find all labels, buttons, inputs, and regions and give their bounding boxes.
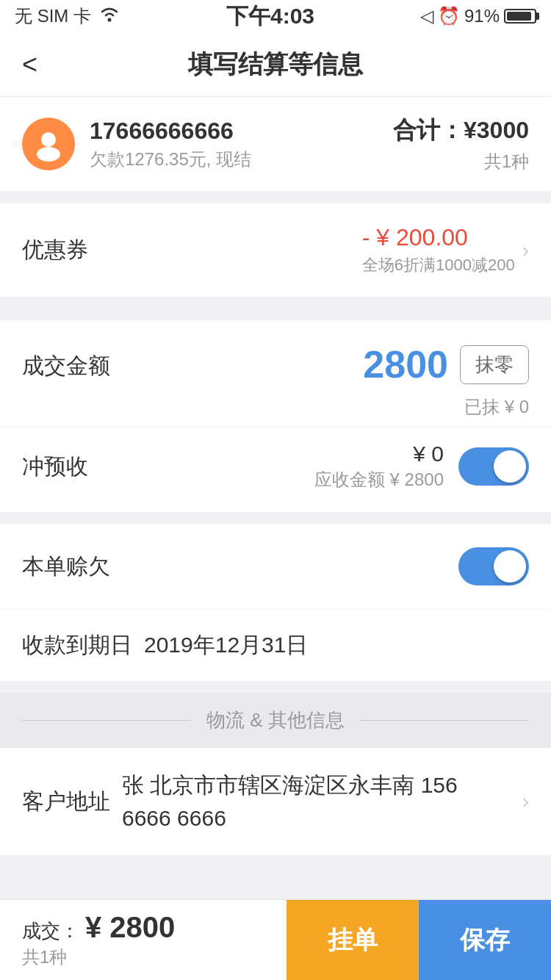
- deal-amount-value: 2800: [363, 342, 448, 386]
- nav-title: 填写结算等信息: [188, 48, 363, 82]
- due-date-value: 2019年12月31日: [144, 630, 308, 660]
- svg-point-2: [37, 147, 60, 162]
- bottom-count: 共1种: [22, 945, 264, 969]
- back-button[interactable]: <: [22, 49, 37, 80]
- divider-line-right: [359, 720, 529, 721]
- chong-right: ¥ 0 应收金额 ¥ 2800: [314, 442, 529, 491]
- gray-separator-2: [0, 512, 551, 524]
- chong-row: 冲预收 ¥ 0 应收金额 ¥ 2800: [0, 427, 551, 512]
- total-count: 共1种: [393, 150, 529, 173]
- due-date-row: 收款到期日 2019年12月31日: [0, 609, 551, 681]
- location-icon: ◁: [420, 6, 433, 26]
- form-section: 成交金额 2800 抹零 已抹 ¥ 0 冲预收 ¥ 0 应收金额 ¥ 2800: [0, 320, 551, 512]
- round-button[interactable]: 抹零: [460, 345, 529, 384]
- coupon-label: 优惠券: [22, 235, 88, 265]
- address-chevron-icon: ›: [522, 790, 529, 813]
- coupon-row[interactable]: 优惠券 - ¥ 200.00 全场6折满1000减200 ›: [0, 203, 551, 297]
- customer-phone: 17666666666: [90, 118, 251, 145]
- deal-amount-row: 成交金额 2800 抹零 已抹 ¥ 0: [0, 320, 551, 427]
- battery-icon: [504, 9, 536, 24]
- deal-amount-right: 2800 抹零 已抹 ¥ 0: [363, 342, 529, 419]
- chong-label: 冲预收: [22, 452, 88, 482]
- bottom-bar: 成交： ¥ 2800 共1种 挂单 保存: [0, 899, 551, 980]
- bottom-info: 成交： ¥ 2800 共1种: [0, 911, 287, 969]
- gray-separator-1: [0, 309, 551, 320]
- total-amount: 合计：¥3000: [393, 115, 529, 147]
- status-bar: 无 SIM 卡 下午4:03 ◁ ⏰ 91%: [0, 0, 551, 32]
- address-row[interactable]: 客户地址 张 北京市市辖区海淀区永丰南 156 6666 6666 ›: [0, 748, 551, 855]
- battery-percent: 91%: [464, 6, 500, 26]
- hold-button[interactable]: 挂单: [287, 900, 419, 981]
- status-right: ◁ ⏰ 91%: [420, 6, 536, 26]
- nav-bar: < 填写结算等信息: [0, 32, 551, 97]
- logistics-divider: 物流 & 其他信息: [0, 693, 551, 748]
- bottom-deal-line: 成交： ¥ 2800: [22, 911, 264, 944]
- avatar: [22, 118, 75, 170]
- divider-text: 物流 & 其他信息: [206, 707, 345, 733]
- chong-toggle[interactable]: [458, 447, 529, 486]
- chong-sub: 应收金额 ¥ 2800: [314, 468, 444, 491]
- youqian-label: 本单赊欠: [22, 552, 110, 582]
- coupon-chevron-icon: ›: [522, 239, 529, 262]
- address-value: 张 北京市市辖区海淀区永丰南 156 6666 6666: [122, 768, 511, 835]
- chong-amount: ¥ 0: [314, 442, 444, 466]
- customer-left: 17666666666 欠款1276.35元, 现结: [22, 118, 251, 171]
- status-time: 下午4:03: [226, 1, 314, 32]
- coupon-amount-block: - ¥ 200.00 全场6折满1000减200: [362, 224, 515, 276]
- due-date-label: 收款到期日: [22, 630, 132, 660]
- youqian-toggle-knob: [494, 550, 526, 583]
- youqian-section: 本单赊欠 收款到期日 2019年12月31日: [0, 524, 551, 681]
- chong-toggle-knob: [494, 450, 526, 483]
- coupon-desc: 全场6折满1000减200: [362, 254, 515, 276]
- deal-amount-label: 成交金额: [22, 342, 110, 381]
- content: 17666666666 欠款1276.35元, 现结 合计：¥3000 共1种 …: [0, 97, 551, 980]
- status-left: 无 SIM 卡: [15, 4, 120, 28]
- coupon-amount: - ¥ 200.00: [362, 224, 515, 251]
- bottom-deal-amount: ¥ 2800: [85, 911, 175, 944]
- customer-info: 17666666666 欠款1276.35元, 现结 合计：¥3000 共1种: [0, 97, 551, 191]
- customer-sub: 欠款1276.35元, 现结: [90, 148, 251, 171]
- sim-status: 无 SIM 卡: [15, 4, 91, 28]
- chong-amount-block: ¥ 0 应收金额 ¥ 2800: [314, 442, 444, 491]
- svg-point-1: [41, 132, 56, 147]
- youqian-toggle[interactable]: [458, 547, 529, 586]
- svg-point-0: [108, 18, 112, 22]
- address-label: 客户地址: [22, 787, 110, 817]
- save-button[interactable]: 保存: [419, 900, 551, 981]
- wifi-icon: [98, 6, 120, 26]
- customer-right: 合计：¥3000 共1种: [393, 115, 529, 173]
- clock-icon: ⏰: [438, 6, 460, 26]
- coupon-right: - ¥ 200.00 全场6折满1000减200 ›: [362, 224, 529, 276]
- divider-line-left: [22, 720, 192, 721]
- youqian-row: 本单赊欠: [0, 524, 551, 609]
- bottom-deal-prefix: 成交：: [22, 918, 79, 944]
- deal-amount-sub: 已抹 ¥ 0: [464, 395, 529, 419]
- customer-details: 17666666666 欠款1276.35元, 现结: [90, 118, 251, 171]
